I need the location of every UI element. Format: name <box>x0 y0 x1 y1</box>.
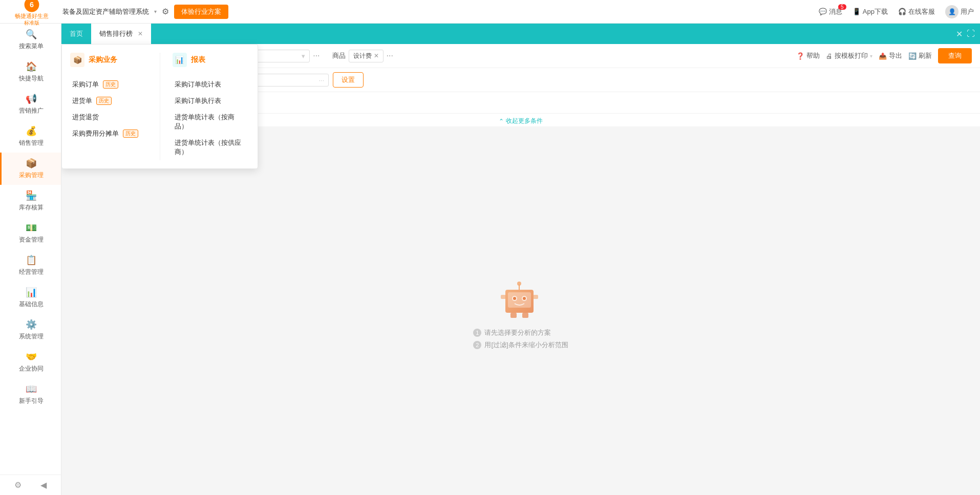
query-button[interactable]: 查询 <box>938 48 972 63</box>
sidebar-item-purchase[interactable]: 📦 采购管理 <box>0 153 61 185</box>
industry-button[interactable]: 体验行业方案 <box>174 5 228 19</box>
sidebar-item-marketing[interactable]: 📢 营销推广 <box>0 88 61 120</box>
sidebar-item-enterprise[interactable]: 🤝 企业协同 <box>0 346 61 378</box>
app-download-button[interactable]: 📱 App下载 <box>853 7 888 16</box>
purchase-col-icon: 📦 <box>70 53 84 67</box>
app-download-label: App下载 <box>863 7 888 16</box>
online-service-button[interactable]: 🎧 在线客服 <box>898 7 935 16</box>
menu-purchase-order-stat[interactable]: 采购订单统计表 <box>173 76 250 93</box>
svg-rect-8 <box>501 295 506 299</box>
menu-purchase-cost[interactable]: 采购费用分摊单 历史 <box>70 125 147 142</box>
empty-text: 1 请先选择要分析的方案 2 用[过滤]条件来缩小分析范围 <box>473 328 568 350</box>
user-button[interactable]: 👤 用户 <box>945 5 974 18</box>
voucher-status-dots[interactable]: ··· <box>313 51 319 60</box>
tab-home[interactable]: 首页 <box>61 24 91 44</box>
system-icon: ⚙️ <box>26 319 37 330</box>
sidebar-item-inventory[interactable]: 🏪 库存核算 <box>0 185 61 217</box>
help-icon: ❓ <box>796 52 804 60</box>
goods-tag-remove[interactable]: ✕ <box>374 52 379 59</box>
purchase-icon: 📦 <box>26 158 37 169</box>
purchase-col-title: 📦 采购业务 <box>70 53 147 70</box>
settings-button[interactable]: 设置 <box>333 72 364 88</box>
sidebar-item-sales[interactable]: 💰 销售管理 <box>0 120 61 153</box>
purchase-order-stat-label: 采购订单统计表 <box>175 80 221 89</box>
guide-icon: 📖 <box>26 383 37 395</box>
tab-bar-right: ✕ ⛶ <box>956 29 980 39</box>
menu-purchase-order-exec[interactable]: 采购订单执行表 <box>173 93 250 109</box>
help-button[interactable]: ❓ 帮助 <box>796 51 820 60</box>
sidebar-item-quick-nav[interactable]: 🏠 快捷导航 <box>0 56 61 88</box>
step1-num: 1 <box>473 329 481 337</box>
tab-close-icon[interactable]: ✕ <box>138 30 143 37</box>
goods-tag-text: 设计费 <box>353 52 372 60</box>
sidebar-item-search-menu[interactable]: 🔍 搜索菜单 <box>0 24 61 56</box>
step2-num: 2 <box>473 341 481 349</box>
tab-sales-rank[interactable]: 销售排行榜 ✕ <box>91 24 151 44</box>
dropdown-arrow-icon[interactable]: ▾ <box>154 9 157 14</box>
sidebar-item-label-marketing: 营销推广 <box>19 106 44 115</box>
sidebar-settings-icon[interactable]: ⚙ <box>14 480 22 490</box>
messages-button[interactable]: 💬 消息 5 <box>819 7 842 16</box>
report-col-title-text: 报表 <box>191 55 205 64</box>
step2-text: 用[过滤]条件来缩小分析范围 <box>484 340 568 350</box>
logo-sub-text: 标准版 <box>24 19 39 27</box>
export-button[interactable]: 📤 导出 <box>879 51 902 60</box>
return-goods-label: 进货退货 <box>72 113 99 122</box>
user-label: 用户 <box>961 7 974 16</box>
sidebar-item-guide[interactable]: 📖 新手引导 <box>0 378 61 411</box>
tab-bar-close-icon[interactable]: ✕ <box>956 29 963 39</box>
sidebar-item-label-inventory: 库存核算 <box>19 203 44 212</box>
refresh-button[interactable]: 🔄 刷新 <box>908 51 932 60</box>
report-col-icon: 📊 <box>173 53 187 67</box>
inbound-label: 进货单 <box>72 96 92 105</box>
gear-icon[interactable]: ⚙ <box>162 7 169 16</box>
collapse-up-icon: ⌃ <box>499 118 504 125</box>
sidebar-item-label-search: 搜索菜单 <box>19 42 44 51</box>
purchase-business-col: 📦 采购业务 采购订单 历史 进货单 历史 进货退货 采购费用分摊单 历史 <box>70 53 147 160</box>
print-icon: 🖨 <box>826 52 833 60</box>
sidebar-item-label-guide: 新手引导 <box>19 397 44 405</box>
toolbar-right: ❓ 帮助 🖨 按模板打印 ▾ 📤 导出 🔄 刷新 <box>796 48 972 63</box>
sidebar-item-operations[interactable]: 📋 经营管理 <box>0 249 61 282</box>
export-label: 导出 <box>889 51 902 60</box>
sidebar-item-label-basic: 基础信息 <box>19 300 44 309</box>
sidebar-collapse-icon[interactable]: ◀ <box>40 480 47 490</box>
svg-point-7 <box>523 297 526 300</box>
sidebar-item-label-enterprise: 企业协同 <box>19 364 44 373</box>
tab-bar-expand-icon[interactable]: ⛶ <box>967 29 975 38</box>
goods-dots[interactable]: ··· <box>387 51 393 60</box>
goods-tag[interactable]: 设计费 ✕ <box>349 50 384 62</box>
purchase-cost-hist: 历史 <box>123 130 138 138</box>
sidebar-item-label-purchase: 采购管理 <box>19 171 44 180</box>
tab-bar: 首页 销售排行榜 ✕ ✕ ⛶ <box>61 24 980 44</box>
phone-icon: 📱 <box>853 8 861 15</box>
sidebar-item-funds[interactable]: 💵 资金管理 <box>0 217 61 249</box>
report-col-title: 📊 报表 <box>173 53 250 70</box>
print-dropdown-icon[interactable]: ▾ <box>870 53 872 59</box>
menu-inbound-stat-supplier[interactable]: 进货单统计表（按供应商） <box>173 135 250 160</box>
tab-home-label: 首页 <box>70 29 83 38</box>
svg-point-11 <box>517 282 521 286</box>
menu-return-goods[interactable]: 进货退货 <box>70 109 147 125</box>
logo-main-text: 畅捷通好生意 <box>15 13 49 19</box>
inventory-icon: 🏪 <box>26 190 37 201</box>
sidebar-item-system[interactable]: ⚙️ 系统管理 <box>0 314 61 346</box>
refresh-label: 刷新 <box>919 51 932 60</box>
menu-inbound-stat-goods[interactable]: 进货单统计表（按商品） <box>173 109 250 135</box>
sidebar-bottom: ⚙ ◀ <box>0 475 61 495</box>
purchase-order-hist: 历史 <box>103 80 118 89</box>
sidebar-item-basic-info[interactable]: 📊 基础信息 <box>0 282 61 314</box>
goods-filter: 商品 设计费 ✕ ··· <box>332 50 393 62</box>
menu-inbound[interactable]: 进货单 历史 <box>70 93 147 109</box>
header-right: 💬 消息 5 📱 App下载 🎧 在线客服 👤 用户 <box>819 5 974 18</box>
svg-rect-13 <box>522 313 528 318</box>
menu-purchase-order[interactable]: 采购订单 历史 <box>70 76 147 93</box>
collapse-button[interactable]: ⌃ 收起更多条件 <box>499 117 543 125</box>
print-button[interactable]: 🖨 按模板打印 ▾ <box>826 51 872 60</box>
purchase-order-exec-label: 采购订单执行表 <box>175 96 221 105</box>
operations-icon: 📋 <box>26 254 37 266</box>
refresh-icon: 🔄 <box>908 52 917 60</box>
sidebar-item-label-system: 系统管理 <box>19 332 44 341</box>
basic-info-icon: 📊 <box>26 287 37 298</box>
empty-illustration <box>493 274 549 320</box>
